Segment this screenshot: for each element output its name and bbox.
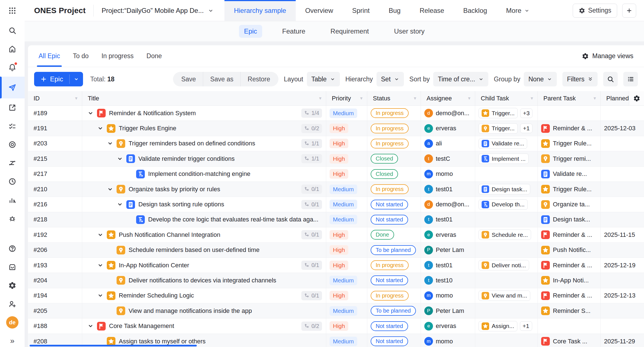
child-task-chip[interactable]: View and m... xyxy=(479,291,530,301)
sidebar-item-tasks-checklist[interactable] xyxy=(0,117,25,135)
add-tab-button[interactable] xyxy=(622,4,636,18)
issue-title[interactable]: Reminder & Notification System xyxy=(109,110,196,117)
issue-title[interactable]: Core Task Management xyxy=(109,322,174,330)
sidebar-item-automation[interactable] xyxy=(0,209,25,228)
child-task-chip[interactable]: Trigger... xyxy=(479,123,518,134)
table-row[interactable]: #188 Core Task Management0/2 High Not st… xyxy=(28,318,644,334)
project-selector[interactable]: Project:“DailyGo” Mobile App De... xyxy=(101,7,214,15)
issue-title[interactable]: Organize tasks by priority or rules xyxy=(129,186,220,193)
column-header-title[interactable]: Title▾ xyxy=(82,91,326,105)
status-badge[interactable]: Closed xyxy=(371,154,398,164)
table-row[interactable]: #192 Push Notification Channel Integrati… xyxy=(28,227,644,242)
parent-task[interactable]: Reminder & ... xyxy=(541,230,592,239)
list-view-button[interactable] xyxy=(623,72,638,86)
sidebar-item-target[interactable] xyxy=(0,135,25,154)
priority-badge[interactable]: Medium xyxy=(330,200,357,209)
topnav-tab-bug[interactable]: Bug xyxy=(379,0,410,21)
sidebar-item-apps-grid[interactable] xyxy=(0,0,25,21)
sidebar-item-settings-gear[interactable] xyxy=(0,276,25,295)
view-tab-in-progress[interactable]: In progress xyxy=(101,45,134,67)
new-epic-button[interactable]: Epic xyxy=(34,72,83,86)
child-task-chip[interactable]: Assign... xyxy=(479,321,517,331)
table-row[interactable]: #205 View and manage notifications insid… xyxy=(28,303,644,318)
expand-chevron[interactable] xyxy=(97,125,107,131)
expand-chevron[interactable] xyxy=(87,110,97,116)
parent-task[interactable]: Organize ta... xyxy=(541,200,590,209)
column-filter-icon[interactable]: ▾ xyxy=(358,95,363,101)
status-badge[interactable]: In progress xyxy=(371,184,409,194)
issue-title[interactable]: Reminder Scheduling Logic xyxy=(119,292,194,299)
status-badge[interactable]: Not started xyxy=(371,275,408,285)
column-header-status[interactable]: Status▾ xyxy=(367,91,421,105)
view-tab-all-epic[interactable]: All Epic xyxy=(39,45,60,67)
issue-title[interactable]: Assign tasks to myself or others xyxy=(119,338,206,345)
view-tab-to-do[interactable]: To do xyxy=(73,45,89,67)
status-badge[interactable]: Not started xyxy=(371,321,408,331)
column-filter-icon[interactable]: ▾ xyxy=(411,95,416,101)
issue-type-tab-feature[interactable]: Feature xyxy=(277,25,311,38)
status-badge[interactable]: Not started xyxy=(371,200,408,209)
status-badge[interactable]: Not started xyxy=(371,215,408,225)
column-header-assignee[interactable]: Assignee▾ xyxy=(421,91,475,105)
expand-chevron[interactable] xyxy=(97,262,107,268)
sidebar-item-home[interactable] xyxy=(0,40,25,58)
sidebar-item-notifications[interactable] xyxy=(0,58,25,77)
expand-chevron[interactable] xyxy=(87,323,97,329)
sidebar-item-project-plane[interactable] xyxy=(0,77,25,98)
sidebar-item-add-member[interactable] xyxy=(0,295,25,313)
settings-button[interactable]: Settings xyxy=(573,4,617,18)
column-header-parent[interactable]: Parent Task▾ xyxy=(538,91,601,105)
parent-task[interactable]: Trigger remi... xyxy=(541,154,591,163)
topnav-tab-backlog[interactable]: Backlog xyxy=(454,0,496,21)
issue-title[interactable]: Push Notification Channel Integration xyxy=(119,231,220,239)
child-task-chip[interactable]: Trigger... xyxy=(479,108,518,118)
issue-title[interactable]: In-App Notification Center xyxy=(119,262,189,269)
topnav-tab-sprint[interactable]: Sprint xyxy=(343,0,379,21)
table-row[interactable]: #218 Develop the core logic that evaluat… xyxy=(28,212,644,227)
table-row[interactable]: #215 Validate reminder trigger condition… xyxy=(28,151,644,166)
table-row[interactable]: #193 In-App Notification Center0/1 High … xyxy=(28,258,644,273)
issue-title[interactable]: Validate reminder trigger conditions xyxy=(138,155,235,162)
priority-badge[interactable]: Medium xyxy=(330,185,357,194)
child-task-chip[interactable]: Develop th... xyxy=(479,199,528,210)
issue-title[interactable]: Design task sorting rule options xyxy=(138,201,224,208)
parent-task[interactable]: Push Notific... xyxy=(541,246,591,254)
child-task-chip[interactable]: Validate re... xyxy=(479,138,527,149)
priority-badge[interactable]: Medium xyxy=(330,337,357,346)
sidebar-item-clock[interactable] xyxy=(0,172,25,191)
table-row[interactable]: #204 Deliver notifications to devices vi… xyxy=(28,273,644,288)
hierarchy-select[interactable]: Set xyxy=(377,72,404,86)
filters-button[interactable]: Filters xyxy=(562,72,598,86)
column-header-priority[interactable]: Priority▾ xyxy=(326,91,367,105)
child-task-chip[interactable]: Design task... xyxy=(479,184,530,194)
priority-badge[interactable]: High xyxy=(330,261,348,270)
expand-chevron[interactable] xyxy=(107,186,117,192)
parent-task[interactable]: Reminder & ... xyxy=(541,291,592,300)
parent-task[interactable]: In-App Noti... xyxy=(541,276,589,285)
child-task-more[interactable]: +1 xyxy=(520,124,532,133)
issue-title[interactable]: View and manage notifications inside the… xyxy=(129,307,252,315)
status-badge[interactable]: In progress xyxy=(371,291,409,301)
expand-chevron[interactable] xyxy=(117,201,126,207)
topnav-tab-release[interactable]: Release xyxy=(410,0,454,21)
column-header-id[interactable]: ID▾ xyxy=(28,91,82,105)
table-row[interactable]: #189 Reminder & Notification System1/4 M… xyxy=(28,106,644,121)
table-row[interactable]: #216 Design task sorting rule options0/1… xyxy=(28,197,644,212)
sidebar-item-sprint-flow[interactable] xyxy=(0,154,25,172)
issue-title[interactable]: Trigger reminders based on defined condi… xyxy=(129,140,255,147)
priority-badge[interactable]: Medium xyxy=(330,306,357,316)
issue-type-tab-epic[interactable]: Epic xyxy=(239,25,262,38)
column-header-child[interactable]: Child Task▾ xyxy=(475,91,538,105)
priority-badge[interactable]: High xyxy=(330,230,348,240)
sidebar-item-bar-chart[interactable] xyxy=(0,191,25,209)
priority-badge[interactable]: High xyxy=(330,139,348,148)
status-badge[interactable]: In progress xyxy=(371,124,409,133)
issue-title[interactable]: Schedule reminders based on user-defined… xyxy=(129,246,259,254)
status-badge[interactable]: To be planned xyxy=(371,306,416,316)
status-badge[interactable]: Closed xyxy=(371,169,398,179)
column-settings-button[interactable] xyxy=(629,91,644,105)
priority-badge[interactable]: High xyxy=(330,321,348,331)
status-badge[interactable]: Done xyxy=(371,230,394,240)
column-filter-icon[interactable]: ▾ xyxy=(466,95,470,101)
child-task-chip[interactable]: Implement ... xyxy=(479,154,529,164)
